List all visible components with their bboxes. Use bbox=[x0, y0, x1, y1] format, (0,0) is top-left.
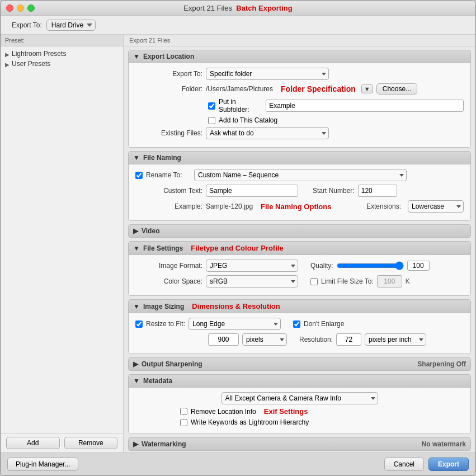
image-sizing-header[interactable]: ▼ Image Sizing Dimensions & Resolution bbox=[129, 300, 470, 313]
export-location-header[interactable]: ▼ Export Location bbox=[129, 50, 470, 63]
remove-button[interactable]: Remove bbox=[64, 437, 118, 449]
metadata-select-row: All Except Camera & Camera Raw Info All … bbox=[135, 392, 464, 404]
collapse-icon: ▼ bbox=[133, 303, 140, 310]
export-to-select[interactable]: Hard Drive Email CD/DVD bbox=[46, 20, 96, 31]
catalog-label: Add to This Catalog bbox=[219, 116, 277, 124]
quality-slider[interactable] bbox=[337, 261, 404, 270]
choose-button[interactable]: Choose... bbox=[376, 83, 417, 95]
cancel-button[interactable]: Cancel bbox=[384, 458, 424, 471]
custom-text-input[interactable] bbox=[206, 185, 298, 197]
image-sizing-section: ▼ Image Sizing Dimensions & Resolution R… bbox=[128, 299, 471, 354]
remove-location-checkbox[interactable] bbox=[180, 408, 187, 415]
sidebar-content: ▶ Lightroom Presets ▶ User Presets bbox=[1, 46, 123, 433]
action-buttons: Cancel Export bbox=[384, 458, 469, 471]
file-naming-section: ▼ File Naming Rename To: Custom Name – S… bbox=[128, 151, 471, 221]
pixels-row: pixels inches cm Resolution: pixels per … bbox=[208, 333, 464, 346]
dont-enlarge-label: Don't Enlarge bbox=[304, 320, 344, 328]
limit-file-size-checkbox[interactable] bbox=[310, 278, 318, 285]
remove-location-label: Remove Location Info bbox=[191, 408, 256, 416]
resize-to-fit-select[interactable]: Long Edge Short Edge Width Height bbox=[188, 318, 281, 330]
sidebar-item-lightroom-presets[interactable]: ▶ Lightroom Presets bbox=[1, 49, 123, 59]
start-number-label: Start Number: bbox=[313, 187, 355, 195]
resize-to-fit-row: Resize to Fit: Long Edge Short Edge Widt… bbox=[135, 318, 464, 330]
write-keywords-checkbox[interactable] bbox=[180, 419, 187, 426]
example-value: Sample-120.jpg bbox=[206, 202, 253, 210]
extensions-label: Extensions: bbox=[366, 202, 401, 210]
remove-location-row: Remove Location Info Exif Settings bbox=[180, 407, 464, 416]
file-naming-body: Rename To: Custom Name – Sequence Filena… bbox=[129, 164, 470, 220]
triangle-icon: ▶ bbox=[5, 51, 10, 56]
resolution-input[interactable] bbox=[336, 333, 361, 346]
metadata-body: All Except Camera & Camera Raw Info All … bbox=[129, 388, 470, 433]
file-settings-section: ▼ File Settings Filetype and Colour Prof… bbox=[128, 241, 471, 296]
write-keywords-row: Write Keywords as Lightroom Hierarchy bbox=[180, 418, 464, 426]
rename-to-select[interactable]: Custom Name – Sequence Filename Date – F… bbox=[194, 169, 407, 181]
color-space-select[interactable]: sRGB AdobeRGB ProPhoto RGB bbox=[206, 275, 298, 288]
minimize-button[interactable] bbox=[17, 4, 24, 12]
file-naming-header[interactable]: ▼ File Naming bbox=[129, 152, 470, 164]
right-panel: Export 21 Files ▼ Export Location Export… bbox=[124, 35, 475, 453]
image-format-label: Image Format: bbox=[135, 262, 202, 270]
watermarking-status: No watermark bbox=[422, 440, 466, 448]
pixels-unit-select[interactable]: pixels inches cm bbox=[242, 333, 287, 346]
sidebar-item-user-presets[interactable]: ▶ User Presets bbox=[1, 59, 123, 69]
limit-file-size-label: Limit File Size To: bbox=[321, 277, 374, 285]
image-format-select[interactable]: JPEG PNG TIFF PSD bbox=[206, 260, 298, 272]
extensions-select[interactable]: Lowercase Uppercase bbox=[408, 200, 464, 213]
metadata-select[interactable]: All Except Camera & Camera Raw Info All … bbox=[221, 392, 378, 404]
output-sharpening-header[interactable]: ▶ Output Sharpening Sharpening Off bbox=[129, 358, 470, 370]
rename-to-checkbox[interactable] bbox=[135, 172, 143, 179]
close-button[interactable] bbox=[6, 4, 13, 12]
example-label: Example: bbox=[135, 202, 202, 210]
subfolder-row: Put in Subfolder: Example bbox=[208, 98, 464, 114]
color-space-label: Color Space: bbox=[135, 277, 202, 285]
bottom-bar: Plug-in Manager... Cancel Export bbox=[1, 453, 475, 475]
custom-text-row: Custom Text: Start Number: bbox=[135, 185, 464, 197]
triangle-icon: ▶ bbox=[5, 62, 10, 66]
subfolder-label: Put in Subfolder: bbox=[219, 98, 262, 114]
subfolder-checkbox[interactable] bbox=[208, 102, 215, 110]
catalog-checkbox[interactable] bbox=[208, 117, 215, 124]
pixels-input[interactable] bbox=[208, 333, 239, 346]
file-settings-header[interactable]: ▼ File Settings Filetype and Colour Prof… bbox=[129, 242, 470, 255]
resolution-unit-select[interactable]: pixels per inch pixels per cm bbox=[365, 333, 426, 346]
video-header[interactable]: ▶ Video bbox=[129, 225, 470, 237]
path-dropdown[interactable]: ▼ bbox=[361, 84, 373, 93]
sidebar: Preset: ▶ Lightroom Presets ▶ User Prese… bbox=[1, 35, 124, 453]
watermarking-header[interactable]: ▶ Watermarking No watermark bbox=[129, 438, 470, 450]
export-to-label: Export To: bbox=[12, 21, 42, 29]
traffic-lights bbox=[6, 4, 35, 12]
quality-value: 100 bbox=[407, 261, 430, 271]
metadata-header[interactable]: ▼ Metadata bbox=[129, 375, 470, 388]
main-content: Preset: ▶ Lightroom Presets ▶ User Prese… bbox=[1, 35, 475, 453]
example-row: Example: Sample-120.jpg File Naming Opti… bbox=[135, 200, 464, 213]
dont-enlarge-checkbox[interactable] bbox=[293, 321, 300, 328]
image-sizing-body: Resize to Fit: Long Edge Short Edge Widt… bbox=[129, 313, 470, 354]
subfolder-input[interactable]: Example bbox=[266, 100, 464, 112]
panel-header: Export 21 Files bbox=[124, 35, 475, 46]
start-number-input[interactable] bbox=[358, 185, 397, 197]
quality-label: Quality: bbox=[310, 262, 333, 270]
rename-to-label: Rename To: bbox=[146, 171, 191, 179]
limit-file-size-input[interactable] bbox=[377, 275, 402, 288]
plugin-manager-button[interactable]: Plug-in Manager... bbox=[7, 458, 78, 471]
export-button[interactable]: Export bbox=[428, 458, 469, 471]
expand-icon: ▶ bbox=[133, 360, 138, 368]
metadata-section: ▼ Metadata All Except Camera & Camera Ra… bbox=[128, 374, 471, 434]
add-button[interactable]: Add bbox=[6, 437, 60, 449]
file-settings-annotation: Filetype and Colour Profile bbox=[191, 244, 283, 252]
maximize-button[interactable] bbox=[27, 4, 35, 12]
existing-files-select[interactable]: Ask what to do Choose a new name Overwri… bbox=[206, 127, 329, 139]
resize-to-fit-checkbox[interactable] bbox=[135, 321, 143, 328]
resize-to-fit-label: Resize to Fit: bbox=[146, 320, 185, 328]
export-location-body: Export To: Specific folder Same folder a… bbox=[129, 63, 470, 147]
existing-files-label: Existing Files: bbox=[135, 129, 202, 137]
export-to-row: Export To: Specific folder Same folder a… bbox=[135, 68, 464, 80]
export-to-field-label: Export To: bbox=[135, 70, 202, 78]
export-to-field-select[interactable]: Specific folder Same folder as original … bbox=[206, 68, 329, 80]
preset-label: Preset: bbox=[5, 37, 25, 44]
sharpening-status: Sharpening Off bbox=[417, 360, 466, 368]
panel-scroll[interactable]: ▼ Export Location Export To: Specific fo… bbox=[124, 46, 475, 453]
expand-icon: ▶ bbox=[133, 440, 138, 448]
title-bar: Export 21 Files Batch Exporting bbox=[1, 1, 475, 16]
